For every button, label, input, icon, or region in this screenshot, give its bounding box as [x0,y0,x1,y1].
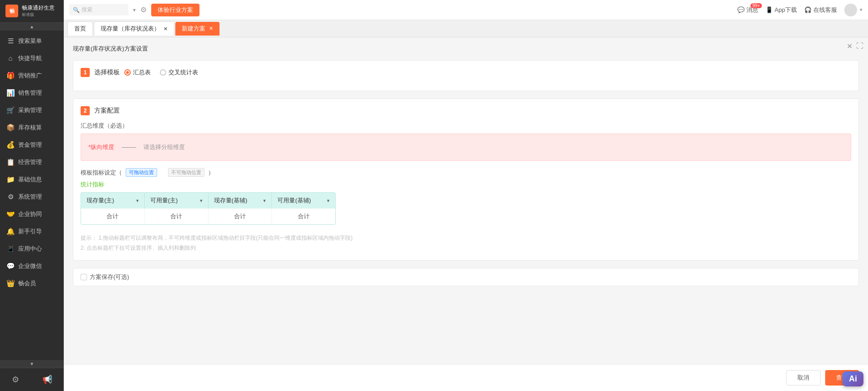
sidebar-item-label: 销售管理 [18,89,42,97]
sidebar-item-label: 采购管理 [18,106,42,114]
tab-new-scheme-close-icon[interactable]: ✕ [209,26,213,31]
sidebar-item-label: 应用中心 [18,245,42,253]
stat-cell-0: 合计 [81,209,145,224]
sidebar-item-inventory[interactable]: 📦 库存核算 [0,119,64,136]
search-box[interactable]: 🔍 搜索 [69,4,128,15]
close-panel-icon[interactable]: ✕ [847,42,853,51]
sidebar-item-sales[interactable]: 📊 销售管理 [0,84,64,102]
cancel-button[interactable]: 取消 [786,370,821,386]
app-download-btn[interactable]: 📱 App下载 [766,6,797,14]
sidebar-item-quick-nav[interactable]: ⌂ 快捷导航 [0,50,64,67]
save-label: 方案保存(可选) [90,273,129,281]
sidebar-nav: ☰ 搜索菜单 ⌂ 快捷导航 🎁 营销推广 📊 销售管理 🛒 采购管理 📦 库存核… [0,31,64,360]
sidebar-item-purchase[interactable]: 🛒 采购管理 [0,102,64,119]
scroll-up-btn[interactable]: ▲ [0,23,64,31]
chevron-down-icon: ▾ [860,7,863,13]
sidebar-item-label: 系统管理 [18,193,42,201]
sidebar-item-app-center[interactable]: 📱 应用中心 [0,240,64,257]
sidebar-item-membership[interactable]: 👑 畅会员 [0,275,64,292]
stat-col-3-arrow[interactable]: ▾ [327,198,330,204]
sidebar-item-operations[interactable]: 📋 经营管理 [0,154,64,171]
step2-header: 2 方案配置 [81,106,851,115]
main-area: 🔍 搜索 ▾ ⚙ 体验行业方案 💬 消息 99+ 📱 App下载 🎧 在线客服 … [64,0,868,391]
sidebar-item-label: 搜索菜单 [18,37,42,45]
stat-col-3[interactable]: 可用量(基辅) ▾ [272,193,335,208]
radio-cross[interactable]: 交叉统计表 [160,68,198,77]
home-icon: ⌂ [6,54,15,62]
sidebar-item-label: 快捷导航 [18,54,42,62]
cart-icon: 🛒 [6,106,15,114]
tab-new-scheme-label: 新建方案 [182,25,205,33]
sidebar-item-label: 企业微信 [18,262,42,270]
tips-area: 提示： 1.拖动标题栏可以调整布局，不可跨维度或指标区域拖动栏目字段(只能在同一… [81,233,851,253]
template-radio-group: 汇总表 交叉统计表 [124,68,198,77]
app-name: 畅康通好生意 [22,5,55,12]
radio-summary[interactable]: 汇总表 [124,68,151,77]
step1-title: 选择模板 [94,68,120,77]
checkbox-box[interactable] [81,274,87,280]
stat-col-0[interactable]: 现存量(主) ▾ [81,193,145,208]
dimension-label: 汇总维度（必选） [81,122,851,130]
sidebar-item-search-menu[interactable]: ☰ 搜索菜单 [0,32,64,50]
user-avatar[interactable]: ▾ [844,4,863,16]
industry-btn[interactable]: 体验行业方案 [151,4,199,16]
action-footer: 取消 查询 [64,364,868,391]
sidebar-item-system[interactable]: ⚙ 系统管理 [0,188,64,206]
topbar-settings-icon[interactable]: ⚙ [140,5,147,14]
app-download-label: App下载 [775,6,797,14]
sidebar-bottom: ⚙ 📢 [0,368,64,391]
step2-title: 方案配置 [94,107,120,115]
app-edition: 标准版 [22,12,55,18]
stat-col-1[interactable]: 可用量(主) ▾ [145,193,209,208]
stat-table: 现存量(主) ▾ 可用量(主) ▾ 现存量(基辅) ▾ 可用量(基辅) [81,192,336,225]
dimension-placeholder[interactable]: 请选择分组维度 [143,143,185,151]
stat-col-2[interactable]: 现存量(基辅) ▾ [209,193,272,208]
scroll-down-btn[interactable]: ▼ [0,360,64,368]
online-support-btn[interactable]: 🎧 在线客服 [804,6,837,14]
sidebar-item-new-guide[interactable]: 🔔 新手引导 [0,223,64,240]
indicator-settings: 模板指标设定（ 可拖动位置 不可拖动位置 ） 统计指标 现存量(主) ▾ 可 [81,168,851,253]
sidebar-item-label: 企业协同 [18,210,42,218]
tab-new-scheme[interactable]: 新建方案 ✕ [175,22,220,36]
crown-icon: 👑 [6,279,15,288]
sidebar-item-cooperation[interactable]: 🤝 企业协同 [0,206,64,223]
badge-draggable: 可拖动位置 [126,168,157,177]
avatar [844,4,857,16]
stat-table-row: 合计 合计 合计 合计 [81,208,335,224]
tab-inventory-close-icon[interactable]: ✕ [163,26,168,32]
save-checkbox[interactable]: 方案保存(可选) [81,273,851,281]
clipboard-icon: 📋 [6,158,15,166]
radio-cross-dot [160,69,166,76]
tip-2: 2. 点击标题栏下拉可设置排序、插入列和删除列 [81,243,851,253]
search-icon: 🔍 [73,7,80,13]
expand-icon[interactable]: ⛶ [856,42,863,51]
message-btn[interactable]: 💬 消息 99+ [737,6,758,14]
stat-col-3-label: 可用量(基辅) [277,196,311,205]
online-support-label: 在线客服 [813,6,837,14]
settings-icon[interactable]: ⚙ [9,372,22,387]
badge-nodrag: 不可拖动位置 [168,168,204,177]
sidebar-item-label: 营销推广 [18,72,42,80]
bell-icon: 🔔 [6,227,15,236]
message-icon: 💬 [737,6,745,13]
dropdown-icon[interactable]: ▾ [133,7,136,13]
topbar-right: 💬 消息 99+ 📱 App下载 🎧 在线客服 ▾ [737,4,863,16]
sidebar-item-finance[interactable]: 💰 资金管理 [0,136,64,154]
sidebar-item-basic-info[interactable]: 📁 基础信息 [0,171,64,188]
tab-home[interactable]: 首页 [67,21,93,36]
ai-badge[interactable]: Ai [842,371,863,386]
tab-inventory-label: 现存量（库存状况表） [101,25,160,33]
page-title: 现存量(库存状况表)方案设置 [73,45,859,53]
stat-table-header: 现存量(主) ▾ 可用量(主) ▾ 现存量(基辅) ▾ 可用量(基辅) [81,193,335,208]
tip-1: 提示： 1.拖动标题栏可以调整布局，不可跨维度或指标区域拖动栏目字段(只能在同一… [81,233,851,243]
sidebar-item-label: 经营管理 [18,158,42,166]
speaker-icon[interactable]: 📢 [40,372,55,387]
logo-icon: 畅 [5,5,18,17]
sidebar-item-label: 库存核算 [18,123,42,132]
sidebar-item-enterprise-wx[interactable]: 💬 企业微信 [0,257,64,275]
stat-col-2-arrow[interactable]: ▾ [263,198,266,204]
sidebar-item-marketing[interactable]: 🎁 营销推广 [0,67,64,84]
stat-col-0-arrow[interactable]: ▾ [136,198,139,204]
tab-inventory-status[interactable]: 现存量（库存状况表） ✕ [94,21,174,36]
stat-col-1-arrow[interactable]: ▾ [200,198,203,204]
